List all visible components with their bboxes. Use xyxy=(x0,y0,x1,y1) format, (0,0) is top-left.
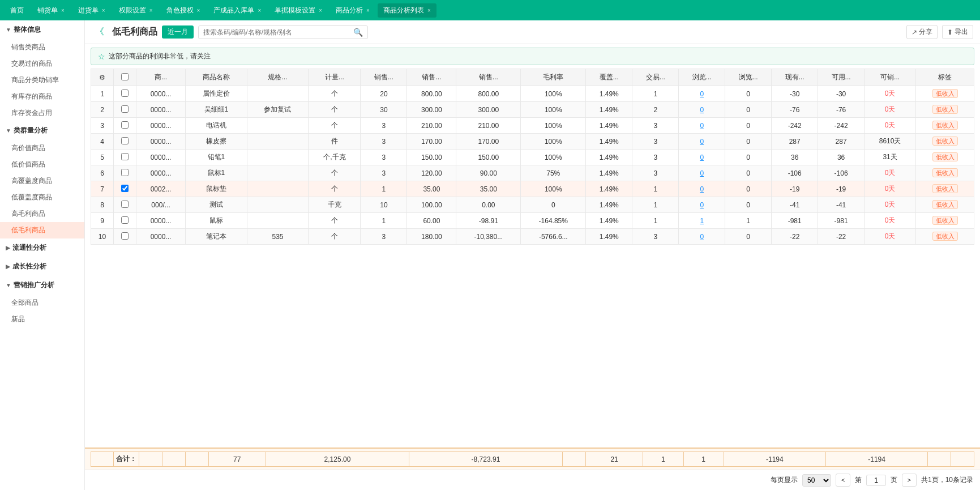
sidebar-item-category-rate[interactable]: 商品分类助销率 xyxy=(0,72,84,88)
close-icon[interactable]: × xyxy=(258,7,261,14)
row-checkbox[interactable] xyxy=(114,213,136,229)
col-spec[interactable]: 规格... xyxy=(247,69,309,86)
search-icon[interactable]: 🔍 xyxy=(353,28,363,37)
row-sale-price: 100.00 xyxy=(407,197,456,213)
sidebar-group-circulation[interactable]: ▶ 流通性分析 xyxy=(0,238,84,257)
col-sale-price[interactable]: 销售... xyxy=(407,69,456,86)
col-view1[interactable]: 浏览... xyxy=(679,69,725,86)
row-select-checkbox[interactable] xyxy=(121,137,129,144)
col-sale-qty[interactable]: 销售... xyxy=(361,69,407,86)
row-checkbox[interactable] xyxy=(114,118,136,134)
sidebar-item-high-value[interactable]: 高价值商品 xyxy=(0,140,84,156)
col-code[interactable]: 商... xyxy=(136,69,186,86)
col-gross-margin[interactable]: 毛利率 xyxy=(521,69,586,86)
row-checkbox[interactable] xyxy=(114,165,136,181)
sidebar-item-traded-goods[interactable]: 交易过的商品 xyxy=(0,56,84,72)
row-trade-count: 1 xyxy=(632,86,679,102)
col-unit[interactable]: 计量... xyxy=(309,69,361,86)
nav-item-goods-analysis[interactable]: 商品分析 × xyxy=(330,3,375,18)
close-icon[interactable]: × xyxy=(61,7,65,14)
col-settings[interactable]: ⚙ xyxy=(91,69,114,86)
next-page-button[interactable]: ＞ xyxy=(902,474,917,487)
nav-item-purchase[interactable]: 进货单 × xyxy=(72,3,111,18)
row-select-checkbox[interactable] xyxy=(121,216,129,224)
col-trade-count[interactable]: 交易... xyxy=(632,69,679,86)
col-sale-amount[interactable]: 销售... xyxy=(456,69,521,86)
col-view2[interactable]: 浏览... xyxy=(725,69,772,86)
select-all-checkbox[interactable] xyxy=(121,73,129,80)
col-available[interactable]: 可用... xyxy=(818,69,865,86)
col-saleable[interactable]: 可销... xyxy=(865,69,916,86)
sidebar-item-high-coverage[interactable]: 高覆盖度商品 xyxy=(0,173,84,189)
row-spec xyxy=(247,86,309,102)
row-checkbox[interactable] xyxy=(114,197,136,213)
col-current[interactable]: 现有... xyxy=(772,69,818,86)
row-trade-count: 3 xyxy=(632,150,679,165)
nav-item-roles[interactable]: 角色授权 × xyxy=(161,3,206,18)
row-spec xyxy=(247,118,309,134)
row-gross-margin: -164.85% xyxy=(521,213,586,229)
top-navigation: 首页 销货单 × 进货单 × 权限设置 × 角色授权 × 产成品入库单 × 单据… xyxy=(0,0,980,20)
sidebar-group-growth[interactable]: ▶ 成长性分析 xyxy=(0,257,84,276)
row-select-checkbox[interactable] xyxy=(121,201,129,208)
sidebar-item-inventory-capital[interactable]: 库存资金占用 xyxy=(0,105,84,121)
row-checkbox[interactable] xyxy=(114,134,136,150)
sidebar-group-overall[interactable]: ▼ 整体信息 xyxy=(0,20,84,39)
sidebar-item-all-goods[interactable]: 全部商品 xyxy=(0,295,84,311)
sidebar-item-low-value[interactable]: 低价值商品 xyxy=(0,156,84,173)
close-icon[interactable]: × xyxy=(319,7,322,14)
nav-item-product-entry[interactable]: 产成品入库单 × xyxy=(208,3,267,18)
close-icon[interactable]: × xyxy=(102,7,105,14)
sidebar-item-low-coverage[interactable]: 低覆盖度商品 xyxy=(0,189,84,206)
row-select-checkbox[interactable] xyxy=(121,169,129,176)
close-icon[interactable]: × xyxy=(197,7,200,14)
row-select-checkbox[interactable] xyxy=(121,153,129,160)
row-select-checkbox[interactable] xyxy=(121,121,129,129)
sidebar-group-cluster[interactable]: ▼ 类群量分析 xyxy=(0,121,84,140)
close-icon[interactable]: × xyxy=(427,7,431,14)
row-select-checkbox[interactable] xyxy=(121,90,129,97)
row-checkbox[interactable] xyxy=(114,181,136,197)
table-row: 1 0000... 属性定价 个 20 800.00 800.00 100% 1… xyxy=(91,86,974,102)
close-icon[interactable]: × xyxy=(366,7,370,14)
sidebar-item-low-profit[interactable]: 低毛利商品 xyxy=(0,222,84,238)
sidebar-item-new-goods[interactable]: 新品 xyxy=(0,311,84,327)
prev-page-button[interactable]: ＜ xyxy=(836,474,850,487)
close-icon[interactable]: × xyxy=(149,7,153,14)
sidebar-item-high-profit[interactable]: 高毛利商品 xyxy=(0,206,84,222)
col-tag[interactable]: 标签 xyxy=(916,69,974,86)
row-trade-count: 3 xyxy=(632,165,679,181)
sidebar-item-stocked-goods[interactable]: 有库存的商品 xyxy=(0,88,84,105)
nav-item-sales[interactable]: 销货单 × xyxy=(32,3,70,18)
row-select-checkbox[interactable] xyxy=(121,105,129,113)
period-button[interactable]: 近一月 xyxy=(162,25,194,39)
nav-item-template[interactable]: 单据模板设置 × xyxy=(269,3,328,18)
sidebar-item-sales-goods[interactable]: 销售类商品 xyxy=(0,39,84,56)
row-spec xyxy=(247,197,309,213)
row-coverage: 1.49% xyxy=(586,150,632,165)
page-input[interactable] xyxy=(866,475,886,486)
row-tag: 低收入 xyxy=(916,118,974,134)
collapse-sidebar-button[interactable]: 《 xyxy=(92,25,108,39)
row-checkbox[interactable] xyxy=(114,150,136,165)
row-checkbox[interactable] xyxy=(114,86,136,102)
row-sale-amount: -10,380... xyxy=(456,229,521,245)
row-select-checkbox[interactable] xyxy=(121,185,129,192)
nav-item-goods-analysis-list[interactable]: 商品分析列表 × xyxy=(378,3,436,18)
col-coverage[interactable]: 覆盖... xyxy=(586,69,632,86)
sidebar-group-marketing[interactable]: ▼ 营销推广分析 xyxy=(0,276,84,295)
row-checkbox[interactable] xyxy=(114,102,136,118)
row-name: 吴细细1 xyxy=(186,102,247,118)
page-size-select[interactable]: 50 100 200 xyxy=(802,474,831,487)
nav-item-home[interactable]: 首页 xyxy=(5,3,29,18)
row-tag: 低收入 xyxy=(916,181,974,197)
export-button[interactable]: ⬆ 导出 xyxy=(942,25,973,39)
row-checkbox[interactable] xyxy=(114,229,136,245)
col-name[interactable]: 商品名称 xyxy=(186,69,247,86)
row-select-checkbox[interactable] xyxy=(121,232,129,240)
share-button[interactable]: ↗ 分享 xyxy=(906,25,938,39)
row-gross-margin: -5766.6... xyxy=(521,229,586,245)
col-checkbox-all[interactable] xyxy=(114,69,136,86)
search-input[interactable] xyxy=(203,28,351,36)
nav-item-permissions[interactable]: 权限设置 × xyxy=(113,3,159,18)
